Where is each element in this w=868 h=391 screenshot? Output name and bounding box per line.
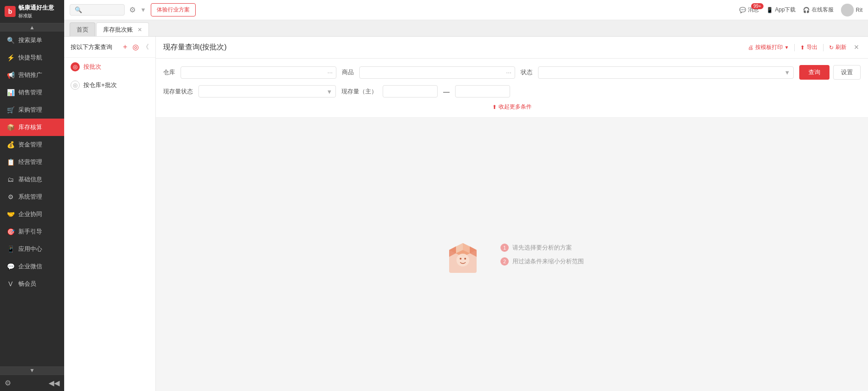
app-center-icon: 📱 — [6, 245, 15, 253]
sidebar-item-operations[interactable]: 📋经营管理 — [0, 153, 64, 171]
empty-text: 1 请先选择要分析的方案 2 用过滤条件来缩小分析范围 — [500, 244, 584, 266]
left-panel: 按以下方案查询 ＋ ◎ 《 ◎按批次◎按仓库+批次 — [64, 37, 156, 391]
settings-plan-icon[interactable]: ◎ — [132, 43, 139, 51]
collapse-label: 收起更多条件 — [499, 103, 532, 111]
inventory-qty-max[interactable] — [455, 85, 510, 98]
filter-section: 仓库 ··· 商品 ··· 状态 — [163, 65, 861, 111]
tab-label-inventory-batch: 库存批次账 — [103, 26, 133, 34]
filter-fields: 仓库 ··· 商品 ··· 状态 — [163, 65, 861, 111]
status-label: 状态 — [521, 68, 533, 76]
messages-item[interactable]: 💬 消息 99+ — [739, 6, 759, 14]
topbar-search[interactable]: 🔍 — [70, 4, 125, 16]
sidebar-item-label-sales: 销售管理 — [18, 88, 42, 97]
inventory-status-select[interactable] — [198, 85, 336, 98]
refresh-button[interactable]: ↻ 刷新 — [829, 43, 846, 51]
export-button[interactable]: ⬆ 导出 — [800, 43, 818, 51]
settings-button[interactable]: 设置 — [833, 65, 861, 80]
filter-row-2: 现存量状态 ▼ 现存量（主） — — [163, 85, 861, 98]
main-area: 🔍 ⚙ ▼ 体验行业方案 💬 消息 99+ 📱 App下载 🎧 在线客服 Rit — [64, 0, 868, 391]
inventory-qty-min[interactable] — [383, 85, 438, 98]
sidebar-item-member[interactable]: V畅会员 — [0, 275, 64, 293]
sidebar-item-new-guide[interactable]: 🎯新手引导 — [0, 223, 64, 240]
refresh-label: 刷新 — [835, 43, 846, 51]
headset-icon: 🎧 — [803, 7, 810, 13]
settings-icon[interactable]: ⚙ — [5, 379, 11, 387]
plan-item-by-warehouse-batch[interactable]: ◎按仓库+批次 — [64, 76, 155, 94]
online-service-item[interactable]: 🎧 在线客服 — [803, 6, 834, 14]
inventory-status-label: 现存量状态 — [163, 87, 193, 96]
hint-num-1: 1 — [500, 244, 509, 252]
left-panel-header-actions: ＋ ◎ 《 — [121, 42, 149, 52]
sidebar-item-label-system: 系统管理 — [18, 193, 42, 201]
collapse-filter-button[interactable]: ⬆ 收起更多条件 — [163, 103, 861, 111]
sidebar-item-app-center[interactable]: 📱应用中心 — [0, 240, 64, 258]
search-icon: 🔍 — [6, 36, 15, 44]
collapse-sidebar-icon[interactable]: ◀◀ — [49, 379, 60, 387]
inventory-status-select-wrap: ▼ — [198, 85, 336, 98]
print-label: 按模板打印 — [755, 43, 783, 51]
tab-close-inventory-batch[interactable]: ✕ — [137, 27, 142, 33]
app-logo: b 畅康通好生意 标准版 — [5, 4, 60, 19]
user-avatar-item[interactable]: Rit — [841, 4, 863, 16]
close-page-button[interactable]: × — [852, 43, 861, 52]
hint-num-2: 2 — [500, 257, 509, 266]
page-header-right: 🖨 按模板打印 ▼ ⬆ 导出 ↻ 刷新 × — [748, 43, 861, 52]
search-input[interactable] — [84, 7, 111, 13]
sidebar-scroll-up[interactable]: ▲ — [0, 23, 64, 32]
sidebar-item-inventory[interactable]: 📦库存核算 — [0, 119, 64, 136]
sidebar-scroll-down[interactable]: ▼ — [0, 366, 64, 375]
sidebar-item-finance[interactable]: 💰资金管理 — [0, 136, 64, 153]
collapse-panel-icon[interactable]: 《 — [143, 43, 149, 51]
topbar: 🔍 ⚙ ▼ 体验行业方案 💬 消息 99+ 📱 App下载 🎧 在线客服 Rit — [64, 0, 868, 20]
right-panel: 现存量查询(按批次) 🖨 按模板打印 ▼ ⬆ 导出 ↻ 刷 — [156, 37, 868, 391]
sidebar-item-cooperation[interactable]: 🤝企业协同 — [0, 206, 64, 223]
product-more-icon[interactable]: ··· — [506, 69, 511, 76]
marketing-icon: 📢 — [6, 71, 15, 79]
tab-home[interactable]: 首页 — [70, 22, 95, 36]
topbar-right: 💬 消息 99+ 📱 App下载 🎧 在线客服 Rit — [739, 4, 863, 16]
sidebar-item-system[interactable]: ⚙系统管理 — [0, 188, 64, 206]
tab-label-home: 首页 — [77, 26, 88, 34]
sidebar-item-quick-nav[interactable]: ⚡快捷导航 — [0, 49, 64, 66]
status-select[interactable] — [538, 66, 794, 79]
query-button[interactable]: 查询 — [799, 65, 830, 80]
app-download-item[interactable]: 📱 App下载 — [766, 6, 796, 14]
sidebar-item-sales[interactable]: 📊销售管理 — [0, 84, 64, 101]
sidebar-item-enterprise-wechat[interactable]: 💬企业微信 — [0, 258, 64, 275]
online-service-label: 在线客服 — [812, 6, 834, 14]
sidebar-item-label-inventory: 库存核算 — [18, 123, 42, 131]
empty-hint-2: 2 用过滤条件来缩小分析范围 — [500, 257, 584, 266]
plan-label-by-warehouse-batch: 按仓库+批次 — [83, 81, 117, 89]
messages-badge: 99+ — [751, 3, 764, 9]
product-input[interactable] — [359, 66, 515, 79]
svg-point-7 — [460, 258, 461, 260]
print-dropdown-icon[interactable]: ▼ — [785, 45, 789, 50]
header-divider-2 — [823, 44, 824, 51]
warehouse-input[interactable] — [181, 66, 336, 79]
plan-icon-by-batch: ◎ — [71, 62, 80, 71]
empty-svg — [440, 232, 486, 277]
hint-text-2: 用过滤条件来缩小分析范围 — [512, 257, 584, 266]
experience-industry-button[interactable]: 体验行业方案 — [151, 3, 196, 16]
topbar-dropdown-icon[interactable]: ▼ — [140, 6, 146, 13]
hint-text-1: 请先选择要分析的方案 — [512, 244, 572, 252]
app-name: 畅康通好生意 — [18, 4, 54, 12]
filter-row-1: 仓库 ··· 商品 ··· 状态 — [163, 65, 861, 80]
warehouse-more-icon[interactable]: ··· — [327, 69, 333, 76]
qty-dash: — — [443, 88, 450, 95]
sidebar-item-purchase[interactable]: 🛒采购管理 — [0, 101, 64, 119]
sidebar-item-label-marketing: 营销推广 — [18, 71, 42, 79]
sidebar-item-label-search: 搜索菜单 — [18, 36, 42, 44]
plan-item-by-batch[interactable]: ◎按批次 — [64, 58, 155, 76]
tab-inventory-batch[interactable]: 库存批次账✕ — [96, 22, 149, 36]
add-plan-icon[interactable]: ＋ — [121, 42, 129, 52]
sidebar-item-search[interactable]: 🔍搜索菜单 — [0, 32, 64, 49]
sidebar-item-marketing[interactable]: 📢营销推广 — [0, 66, 64, 84]
topbar-gear-icon[interactable]: ⚙ — [129, 5, 136, 14]
plan-list: ◎按批次◎按仓库+批次 — [64, 58, 155, 94]
print-button[interactable]: 🖨 按模板打印 ▼ — [748, 43, 789, 51]
system-icon: ⚙ — [6, 193, 15, 201]
sidebar-item-basic[interactable]: 🗂基础信息 — [0, 171, 64, 188]
warehouse-input-wrap: ··· — [181, 66, 336, 79]
sidebar-item-label-new-guide: 新手引导 — [18, 228, 42, 236]
